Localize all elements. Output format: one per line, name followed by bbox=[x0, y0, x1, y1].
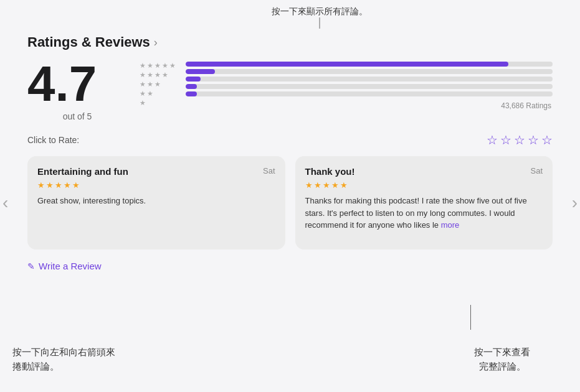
star-sym: ★ bbox=[155, 71, 161, 79]
review-header-2: Thank you! Sat bbox=[305, 166, 543, 177]
review-more-link[interactable]: more bbox=[441, 220, 460, 230]
star-row-2: ★ ★ bbox=[140, 90, 176, 98]
section-header[interactable]: Ratings & Reviews › bbox=[27, 34, 553, 50]
star-matrix: ★ ★ ★ ★ ★ ★ ★ ★ ★ ★ ★ ★ ★ bbox=[140, 62, 176, 107]
review-star: ★ bbox=[314, 180, 321, 190]
bar-fill bbox=[186, 84, 197, 89]
bar-fill bbox=[186, 91, 197, 96]
star-sym: ★ bbox=[155, 62, 161, 70]
section-chevron-icon: › bbox=[154, 36, 158, 49]
star-sym: ★ bbox=[147, 71, 153, 79]
star-sym: ★ bbox=[140, 71, 146, 79]
review-star: ★ bbox=[55, 180, 62, 190]
bar-track bbox=[186, 69, 553, 74]
bar-fill bbox=[186, 62, 508, 67]
review-body-2: Thanks for making this podcast! I rate t… bbox=[305, 195, 543, 231]
interactive-rate-stars[interactable]: ☆ ☆ ☆ ☆ ☆ bbox=[487, 133, 553, 147]
review-star: ★ bbox=[64, 180, 71, 190]
write-review-icon: ✎ bbox=[27, 261, 35, 271]
bar-fill bbox=[186, 77, 201, 82]
star-sym: ★ bbox=[140, 80, 146, 88]
review-stars-1: ★ ★ ★ ★ ★ bbox=[37, 180, 275, 190]
star-sym: ★ bbox=[140, 62, 146, 70]
star-sym: ★ bbox=[147, 80, 153, 88]
main-container: Ratings & Reviews › 4.7 out of 5 ★ ★ ★ ★… bbox=[27, 34, 553, 271]
bar-item-2 bbox=[186, 84, 553, 89]
bar-item-1 bbox=[186, 91, 553, 96]
review-title-2: Thank you! bbox=[305, 166, 355, 177]
click-to-rate-row: Click to Rate: ☆ ☆ ☆ ☆ ☆ bbox=[27, 133, 553, 147]
rate-star-5[interactable]: ☆ bbox=[541, 133, 553, 147]
click-to-rate-label: Click to Rate: bbox=[27, 135, 79, 145]
review-star: ★ bbox=[331, 180, 339, 190]
bar-item-4 bbox=[186, 69, 553, 74]
bar-track bbox=[186, 91, 553, 96]
star-sym: ★ bbox=[155, 80, 161, 88]
star-sym: ★ bbox=[162, 71, 168, 79]
rate-star-4[interactable]: ☆ bbox=[528, 133, 539, 147]
ratings-area: 4.7 out of 5 ★ ★ ★ ★ ★ ★ ★ ★ ★ bbox=[27, 59, 553, 121]
review-body-text-2: Thanks for making this podcast! I rate t… bbox=[305, 196, 527, 230]
star-sym: ★ bbox=[140, 90, 146, 98]
nav-arrow-right[interactable]: › bbox=[572, 193, 578, 213]
review-card-2: Thank you! Sat ★ ★ ★ ★ ★ Thanks for maki… bbox=[295, 156, 553, 250]
bar-item-5 bbox=[186, 62, 553, 67]
review-title-1: Entertaining and fun bbox=[37, 166, 128, 177]
bar-track bbox=[186, 62, 553, 67]
rate-star-2[interactable]: ☆ bbox=[500, 133, 511, 147]
bar-track bbox=[186, 77, 553, 82]
tooltip-full-review: 按一下來查看 完整評論。 bbox=[474, 345, 530, 373]
review-date-1: Sat bbox=[263, 166, 275, 175]
star-sym: ★ bbox=[169, 62, 176, 70]
star-row-3: ★ ★ ★ bbox=[140, 80, 176, 88]
review-star: ★ bbox=[72, 180, 80, 190]
review-header-1: Entertaining and fun Sat bbox=[37, 166, 275, 177]
write-review-link[interactable]: Write a Review bbox=[39, 261, 102, 271]
review-star: ★ bbox=[305, 180, 313, 190]
review-stars-2: ★ ★ ★ ★ ★ bbox=[305, 180, 543, 190]
star-row-1: ★ bbox=[140, 99, 176, 107]
star-row-4: ★ ★ ★ ★ bbox=[140, 71, 176, 79]
big-score: 4.7 out of 5 bbox=[27, 59, 127, 121]
review-star: ★ bbox=[46, 180, 54, 190]
section-title: Ratings & Reviews bbox=[27, 34, 150, 50]
star-row-5: ★ ★ ★ ★ ★ bbox=[140, 62, 176, 70]
review-star: ★ bbox=[37, 180, 45, 190]
star-sym: ★ bbox=[147, 90, 153, 98]
star-sym: ★ bbox=[162, 62, 168, 70]
stars-bars-area: ★ ★ ★ ★ ★ ★ ★ ★ ★ ★ ★ ★ ★ bbox=[140, 59, 553, 110]
tooltip-line-right bbox=[470, 305, 471, 330]
total-ratings-label: 43,686 Ratings bbox=[186, 101, 553, 110]
review-star: ★ bbox=[340, 180, 348, 190]
star-sym: ★ bbox=[140, 99, 146, 107]
nav-arrow-left[interactable]: ‹ bbox=[2, 193, 8, 213]
tooltip-scroll-arrows: 按一下向左和向右箭頭來 捲動評論。 bbox=[12, 345, 115, 373]
bar-track bbox=[186, 84, 553, 89]
bar-fill bbox=[186, 69, 215, 74]
reviews-row: ‹ Entertaining and fun Sat ★ ★ ★ ★ ★ Gre… bbox=[27, 156, 553, 250]
out-of-label: out of 5 bbox=[27, 111, 127, 121]
review-star: ★ bbox=[323, 180, 330, 190]
big-rating-number: 4.7 bbox=[27, 59, 127, 109]
rate-star-1[interactable]: ☆ bbox=[487, 133, 498, 147]
bar-item-3 bbox=[186, 77, 553, 82]
star-sym: ★ bbox=[147, 62, 153, 70]
review-date-2: Sat bbox=[530, 166, 543, 175]
write-review-area: ✎ Write a Review bbox=[27, 261, 553, 271]
review-card-1: Entertaining and fun Sat ★ ★ ★ ★ ★ Great… bbox=[27, 156, 285, 250]
review-body-1: Great show, interesting topics. bbox=[37, 195, 275, 207]
tooltip-show-all: 按一下來顯示所有評論。 bbox=[272, 6, 368, 17]
rate-star-3[interactable]: ☆ bbox=[514, 133, 525, 147]
rating-bars bbox=[186, 62, 553, 96]
